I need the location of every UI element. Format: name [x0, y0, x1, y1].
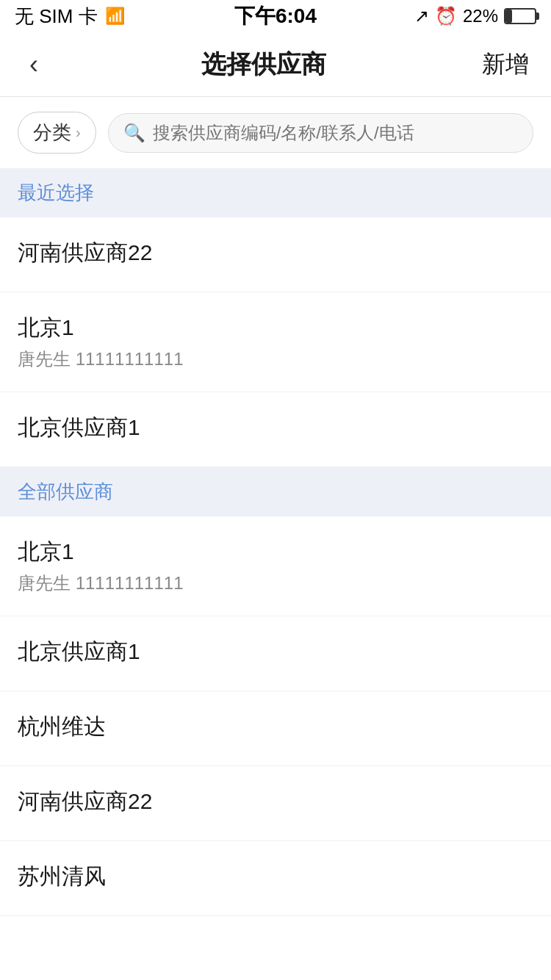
list-item[interactable]: 北京供应商1 [0, 392, 551, 467]
alarm-icon: ⏰ [435, 6, 457, 26]
chevron-right-icon: › [76, 124, 81, 141]
item-sub: 唐先生 11111111111 [18, 572, 533, 595]
recent-items-list: 河南供应商22 北京1 唐先生 11111111111 北京供应商1 [0, 217, 551, 467]
add-button[interactable]: 新增 [482, 48, 529, 81]
search-icon: 🔍 [123, 123, 145, 143]
nav-bar: ‹ 选择供应商 新增 [0, 32, 551, 97]
search-input[interactable] [153, 123, 518, 143]
wifi-icon: 📶 [105, 7, 125, 26]
search-box[interactable]: 🔍 [108, 113, 533, 153]
item-sub: 唐先生 11111111111 [18, 347, 533, 371]
list-item[interactable]: 河南供应商22 [0, 217, 551, 292]
battery-icon [504, 8, 536, 24]
filter-bar: 分类 › 🔍 [0, 97, 551, 168]
sim-label: 无 SIM 卡 [15, 4, 98, 29]
recent-section-header: 最近选择 [0, 168, 551, 217]
item-name: 河南供应商22 [18, 238, 533, 268]
item-name: 河南供应商22 [18, 787, 533, 817]
battery-percent: 22% [463, 6, 498, 26]
status-right: ↗ ⏰ 22% [414, 6, 536, 26]
status-time: 下午6:04 [234, 2, 317, 30]
item-name: 杭州维达 [18, 712, 533, 742]
all-items-list: 北京1 唐先生 11111111111 北京供应商1 杭州维达 河南供应商22 … [0, 516, 551, 916]
list-item[interactable]: 北京供应商1 [0, 616, 551, 691]
list-item[interactable]: 杭州维达 [0, 691, 551, 766]
status-left: 无 SIM 卡 📶 [15, 4, 125, 29]
list-item[interactable]: 北京1 唐先生 11111111111 [0, 292, 551, 392]
list-item[interactable]: 苏州清风 [0, 841, 551, 916]
item-name: 北京供应商1 [18, 637, 533, 667]
list-item[interactable]: 河南供应商22 [0, 766, 551, 841]
item-name: 北京1 [18, 537, 533, 567]
page-title: 选择供应商 [201, 48, 326, 82]
location-icon: ↗ [414, 6, 429, 26]
all-section-header: 全部供应商 [0, 467, 551, 516]
back-button[interactable]: ‹ [22, 42, 46, 87]
item-name: 苏州清风 [18, 862, 533, 892]
item-name: 北京供应商1 [18, 413, 533, 443]
status-bar: 无 SIM 卡 📶 下午6:04 ↗ ⏰ 22% [0, 0, 551, 32]
category-label: 分类 [33, 120, 71, 145]
list-item[interactable]: 北京1 唐先生 11111111111 [0, 516, 551, 616]
item-name: 北京1 [18, 313, 533, 343]
category-filter-button[interactable]: 分类 › [18, 112, 96, 154]
